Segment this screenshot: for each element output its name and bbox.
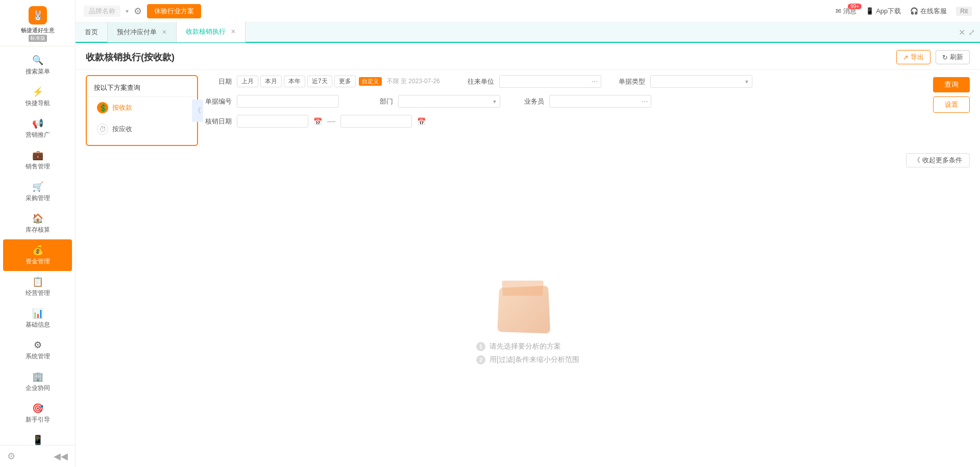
enterprise-label: 企业协同 <box>26 384 50 392</box>
dept-label: 部门 <box>364 97 393 106</box>
date-quick-btns: 上月 本月 本年 近7天 更多 <box>237 76 356 87</box>
empty-tips: 1 请先选择要分析的方案 2 用[过滤]条件来缩小分析范围 <box>476 342 579 364</box>
sidebar-item-system[interactable]: ⚙ 系统管理 <box>0 334 75 366</box>
collapse-label: 收起更多条件 <box>922 156 962 165</box>
inventory-label: 库存核算 <box>26 226 50 234</box>
tab-expand-icon[interactable]: ⤢ <box>968 28 975 37</box>
empty-box-lid <box>502 280 544 296</box>
sidebar-item-basic[interactable]: 📊 基础信息 <box>0 303 75 334</box>
date-btn-7days[interactable]: 近7天 <box>307 76 332 87</box>
counterpart-input[interactable] <box>499 75 601 88</box>
business-label: 经营管理 <box>26 289 50 298</box>
date-btn-this-month[interactable]: 本月 <box>260 76 282 87</box>
online-service-btn[interactable]: 🎧 在线客服 <box>910 7 947 16</box>
tab-prepay[interactable]: 预付冲应付单✕ <box>108 22 177 42</box>
date-btn-this-year[interactable]: 本年 <box>284 76 305 87</box>
staff-label: 业务员 <box>516 97 544 106</box>
service-label: 在线客服 <box>920 7 947 16</box>
business-icon: 📋 <box>32 276 43 287</box>
verify-end-calendar-icon[interactable]: 📅 <box>417 117 426 126</box>
empty-tip-2: 2 用[过滤]条件来缩小分析范围 <box>476 355 579 364</box>
sidebar-item-quick[interactable]: ⚡ 快捷导航 <box>0 81 75 113</box>
quick-icon: ⚡ <box>32 86 43 97</box>
verify-date-start-input[interactable]: 2023-03-01 <box>237 115 308 128</box>
topbar-gear-icon[interactable]: ⚙ <box>134 6 142 17</box>
counterpart-dots-icon[interactable]: ··· <box>591 77 598 86</box>
refresh-icon: ↻ <box>942 54 948 61</box>
enterprise-icon: 🏢 <box>32 371 43 382</box>
industry-btn[interactable]: 休验行业方案 <box>147 4 201 18</box>
tab-close-receipt[interactable]: ✕ <box>231 28 236 35</box>
filter-option-receipt[interactable]: 💲 按收款 <box>87 97 197 118</box>
export-button[interactable]: ↗ 导出 <box>896 50 930 64</box>
collapse-sidebar-icon[interactable]: ◀◀ <box>54 451 68 462</box>
tab-close-window-icon[interactable]: ✕ <box>959 28 965 37</box>
sidebar-item-hardware[interactable]: 📱 智能硬件 <box>0 429 75 445</box>
sidebar-item-search[interactable]: 🔍 搜索菜单 <box>0 50 75 81</box>
sidebar-item-business[interactable]: 📋 经营管理 <box>0 271 75 303</box>
filter-settings-button[interactable]: 设置 <box>933 96 970 113</box>
user-avatar[interactable]: Rit <box>956 7 972 16</box>
message-icon: ✉ <box>836 7 841 15</box>
tab-close-prepay[interactable]: ✕ <box>162 29 167 36</box>
dropdown-arrow-icon[interactable]: ▾ <box>126 8 129 15</box>
sidebar-nav: 🔍 搜索菜单 ⚡ 快捷导航 📢 营销推广 💼 销售管理 🛒 采购管理 🏠 库存核… <box>0 46 75 445</box>
tabs-window-buttons: ✕ ⤢ <box>959 28 980 37</box>
tip-num-2: 2 <box>476 355 485 364</box>
filter-sidebar-collapse-btn[interactable]: 《 <box>192 100 203 122</box>
finance-icon: 💰 <box>32 244 43 256</box>
date-custom-badge[interactable]: 自定义 <box>359 77 382 86</box>
dept-select[interactable] <box>398 95 500 108</box>
sidebar: 🐰 畅捷通好生意 标准版 🔍 搜索菜单 ⚡ 快捷导航 📢 营销推广 💼 销售管理… <box>0 0 76 467</box>
message-btn[interactable]: ✉ 消息 99+ <box>836 7 856 16</box>
settings-icon[interactable]: ⚙ <box>7 451 15 462</box>
sidebar-item-enterprise[interactable]: 🏢 企业协同 <box>0 366 75 398</box>
quick-label: 快捷导航 <box>26 99 50 108</box>
sidebar-item-purchase[interactable]: 🛒 采购管理 <box>0 176 75 208</box>
sidebar-item-finance[interactable]: 💰 资金管理 <box>3 239 72 271</box>
export-label: 导出 <box>911 53 924 62</box>
sidebar-item-inventory[interactable]: 🏠 库存核算 <box>0 208 75 239</box>
purchase-icon: 🛒 <box>32 181 43 192</box>
verify-date-end-input[interactable]: 2023-07-21 <box>340 115 412 128</box>
filter-row-2: 单据编号 部门 业务员 <box>203 95 918 108</box>
tab-receipt[interactable]: 收款核销执行✕ <box>177 22 246 42</box>
filter-panel: 按以下方案查询 💲 按收款 ⏱ 按应收 《 <box>76 70 980 151</box>
filter-sidebar-title: 按以下方案查询 <box>87 81 197 97</box>
logo-text: 畅捷通好生意 <box>21 27 55 34</box>
app-download-btn[interactable]: 📱 App下载 <box>866 7 901 16</box>
doc-no-label: 单据编号 <box>203 97 232 106</box>
topbar-left: 品牌名称 ▾ ⚙ 休验行业方案 <box>84 4 201 18</box>
staff-input[interactable] <box>549 95 651 108</box>
empty-state: 1 请先选择要分析的方案 2 用[过滤]条件来缩小分析范围 <box>76 173 980 467</box>
sidebar-item-guide[interactable]: 🎯 新手引导 <box>0 398 75 429</box>
date-btn-more[interactable]: 更多 <box>334 76 356 87</box>
staff-dots-icon[interactable]: ··· <box>642 97 648 106</box>
query-button[interactable]: 查询 <box>933 77 970 92</box>
sidebar-item-marketing[interactable]: 📢 营销推广 <box>0 113 75 144</box>
tip-num-1: 1 <box>476 342 485 351</box>
app-icon: 📱 <box>866 7 874 15</box>
logo-icon: 🐰 <box>29 6 47 24</box>
version-tag: 标准版 <box>29 35 47 42</box>
page-title: 收款核销执行(按收款) <box>86 51 175 63</box>
sidebar-item-sales[interactable]: 💼 销售管理 <box>0 144 75 176</box>
filter-sidebar: 按以下方案查询 💲 按收款 ⏱ 按应收 《 <box>86 75 198 146</box>
date-dash-separator: — <box>327 117 335 126</box>
verify-start-calendar-icon[interactable]: 📅 <box>313 117 322 126</box>
topbar-brand: 品牌名称 <box>84 6 120 17</box>
tab-home[interactable]: 首页 <box>76 22 108 42</box>
date-btn-last-month[interactable]: 上月 <box>237 76 258 87</box>
doc-type-select-wrap <box>650 75 752 88</box>
refresh-button[interactable]: ↻ 刷新 <box>936 50 970 64</box>
receipt-option-label: 按收款 <box>112 103 132 112</box>
search-label: 搜索菜单 <box>26 67 50 76</box>
receivable-option-label: 按应收 <box>112 125 132 134</box>
filter-option-receivable[interactable]: ⏱ 按应收 <box>87 118 197 140</box>
collapse-more-btn[interactable]: 《 收起更多条件 <box>906 153 970 167</box>
finance-label: 资金管理 <box>26 257 50 266</box>
doc-type-select[interactable] <box>650 75 752 88</box>
doc-no-input[interactable] <box>237 95 339 108</box>
system-label: 系统管理 <box>26 352 50 361</box>
guide-icon: 🎯 <box>32 403 43 414</box>
